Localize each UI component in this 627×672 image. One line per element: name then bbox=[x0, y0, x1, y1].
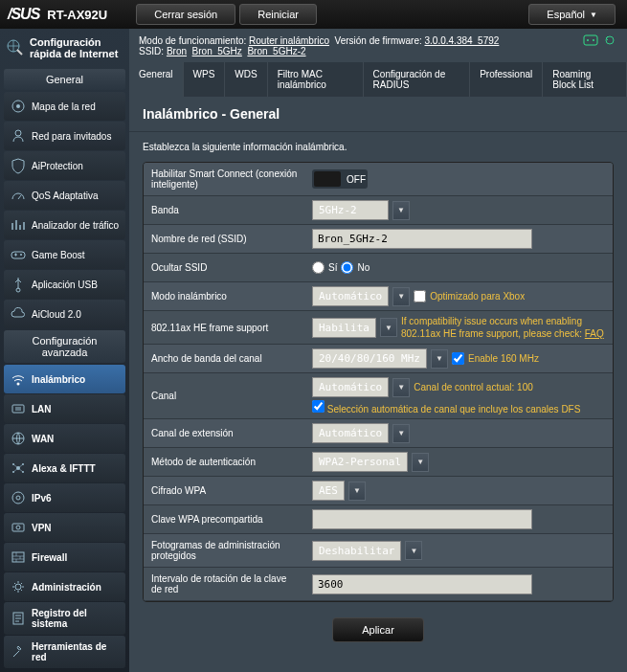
bw-select[interactable]: 20/40/80/160 MHz bbox=[312, 348, 427, 369]
sidebar-item-network-map[interactable]: Mapa de la red bbox=[4, 92, 125, 121]
label-wlmode: Modo inalámbrico bbox=[144, 285, 306, 307]
gamepad-icon bbox=[10, 246, 27, 263]
page-desc: Establezca la siguiente información inal… bbox=[129, 132, 627, 162]
sidebar-item-syslog[interactable]: Registro del sistema bbox=[4, 602, 125, 635]
hide-yes-radio[interactable] bbox=[312, 261, 325, 274]
quick-setup[interactable]: Configuración rápida de Internet bbox=[0, 29, 129, 67]
ssid-input[interactable] bbox=[312, 229, 532, 249]
ipv6-icon bbox=[10, 489, 27, 506]
svg-point-3 bbox=[15, 130, 21, 136]
channel-dropdown[interactable]: ▼ bbox=[392, 378, 410, 397]
sidebar-item-qos[interactable]: QoS Adaptativa bbox=[4, 181, 125, 210]
band-dropdown[interactable]: ▼ bbox=[392, 201, 410, 220]
xbox-optimize-checkbox[interactable] bbox=[414, 290, 426, 302]
tab-wps[interactable]: WPS bbox=[184, 62, 226, 97]
rekey-input[interactable] bbox=[312, 574, 532, 594]
tab-radius[interactable]: Configuración de RADIUS bbox=[364, 62, 471, 97]
wpa-dropdown[interactable]: ▼ bbox=[348, 482, 366, 501]
mode-value[interactable]: Router inalámbrico bbox=[249, 35, 329, 46]
sidebar-item-aiprotection[interactable]: AiProtection bbox=[4, 151, 125, 180]
ext-select[interactable]: Automático bbox=[312, 423, 389, 443]
svg-line-4 bbox=[18, 195, 21, 199]
logout-button[interactable]: Cerrar sesión bbox=[136, 4, 235, 25]
auth-select[interactable]: WPA2-Personal bbox=[312, 452, 408, 472]
label-ext: Canal de extensión bbox=[144, 422, 306, 444]
wpa-select[interactable]: AES bbox=[312, 481, 345, 501]
globe-wrench-icon bbox=[6, 38, 25, 57]
psk-input[interactable] bbox=[312, 509, 532, 529]
ssid-3: Bron_5GHz-2 bbox=[247, 46, 305, 56]
reboot-button[interactable]: Reiniciar bbox=[239, 4, 317, 25]
wifi-icon bbox=[10, 370, 27, 388]
hide-no-radio[interactable] bbox=[341, 261, 353, 274]
sidebar-item-firewall[interactable]: Firewall bbox=[4, 543, 125, 571]
tab-general[interactable]: General bbox=[129, 62, 184, 97]
general-section-title: General bbox=[4, 69, 125, 90]
sidebar-item-nettools[interactable]: Herramientas de red bbox=[4, 636, 125, 668]
fw-value[interactable]: 3.0.0.4.384_5792 bbox=[425, 35, 500, 46]
vpn-icon bbox=[10, 519, 27, 536]
gear-icon bbox=[10, 578, 27, 595]
label-he: 802.11ax HE frame support bbox=[144, 317, 306, 339]
tab-bar: General WPS WDS Filtro MAC inalámbrico C… bbox=[129, 62, 627, 97]
sidebar-item-aicloud[interactable]: AiCloud 2.0 bbox=[4, 300, 125, 328]
he-dropdown[interactable]: ▼ bbox=[380, 318, 397, 337]
svg-point-16 bbox=[12, 492, 24, 504]
lan-icon bbox=[10, 400, 27, 417]
svg-rect-18 bbox=[12, 524, 24, 531]
firewall-icon bbox=[10, 549, 27, 566]
chevron-down-icon: ▼ bbox=[590, 11, 597, 19]
he-select[interactable]: Habilita bbox=[312, 318, 376, 338]
globe-icon bbox=[10, 430, 27, 447]
model-name: RT-AX92U bbox=[47, 8, 107, 22]
svg-rect-23 bbox=[584, 35, 597, 45]
sidebar-item-alexa[interactable]: Alexa & IFTTT bbox=[4, 454, 125, 482]
sidebar-item-lan[interactable]: LAN bbox=[4, 394, 125, 423]
sidebar-item-ipv6[interactable]: IPv6 bbox=[4, 483, 125, 512]
faq-link[interactable]: FAQ bbox=[585, 328, 604, 339]
apply-button[interactable]: Aplicar bbox=[332, 617, 424, 642]
tab-roaming[interactable]: Roaming Block List bbox=[543, 62, 627, 97]
pmf-select[interactable]: Deshabilitar bbox=[312, 541, 401, 561]
alexa-icon bbox=[10, 459, 27, 477]
shield-icon bbox=[10, 157, 27, 174]
tab-professional[interactable]: Professional bbox=[470, 62, 543, 97]
sidebar-item-gameboost[interactable]: Game Boost bbox=[4, 240, 125, 269]
sidebar-item-usb[interactable]: Aplicación USB bbox=[4, 270, 125, 299]
bw-dropdown[interactable]: ▼ bbox=[431, 349, 448, 369]
svg-rect-5 bbox=[11, 252, 25, 258]
tab-macfilter[interactable]: Filtro MAC inalámbrico bbox=[268, 62, 364, 97]
label-smart-connect: Habilitar Smart Connect (conexión inteli… bbox=[144, 163, 306, 195]
dfs-checkbox[interactable] bbox=[312, 400, 325, 413]
svg-point-2 bbox=[16, 104, 20, 108]
sidebar-item-admin[interactable]: Administración bbox=[4, 572, 125, 601]
sidebar-item-guest[interactable]: Red para invitados bbox=[4, 122, 125, 150]
app-icon[interactable] bbox=[583, 34, 598, 46]
sidebar-item-wan[interactable]: WAN bbox=[4, 424, 125, 453]
pmf-dropdown[interactable]: ▼ bbox=[405, 541, 422, 560]
enable160-checkbox[interactable] bbox=[452, 352, 464, 365]
wlmode-dropdown[interactable]: ▼ bbox=[392, 287, 410, 306]
label-band: Banda bbox=[144, 199, 306, 221]
label-bw: Ancho de banda del canal bbox=[144, 347, 306, 370]
svg-point-24 bbox=[587, 39, 589, 41]
channel-select[interactable]: Automático bbox=[312, 377, 389, 397]
sidebar-item-wireless[interactable]: Inalámbrico bbox=[4, 365, 125, 393]
auth-dropdown[interactable]: ▼ bbox=[412, 453, 429, 472]
log-icon bbox=[10, 610, 27, 627]
brand-logo: /SUS bbox=[8, 6, 39, 23]
language-selector[interactable]: Español▼ bbox=[528, 4, 616, 25]
tab-wds[interactable]: WDS bbox=[225, 62, 267, 97]
wlmode-select[interactable]: Automático bbox=[312, 286, 389, 306]
band-select[interactable]: 5GHz-2 bbox=[312, 200, 389, 220]
usb-icon bbox=[10, 276, 27, 293]
label-pmf: Fotogramas de administración protegidos bbox=[144, 534, 306, 567]
sidebar-item-vpn[interactable]: VPN bbox=[4, 513, 125, 542]
sidebar-item-traffic[interactable]: Analizador de tráfico bbox=[4, 211, 125, 239]
ext-dropdown[interactable]: ▼ bbox=[392, 424, 410, 443]
refresh-icon[interactable] bbox=[602, 34, 617, 46]
guest-icon bbox=[10, 127, 27, 145]
content-area: Modo de funcionamiento: Router inalámbri… bbox=[129, 29, 627, 672]
smart-connect-toggle[interactable]: OFF bbox=[312, 169, 368, 189]
label-wpa: Cifrado WPA bbox=[144, 480, 306, 502]
